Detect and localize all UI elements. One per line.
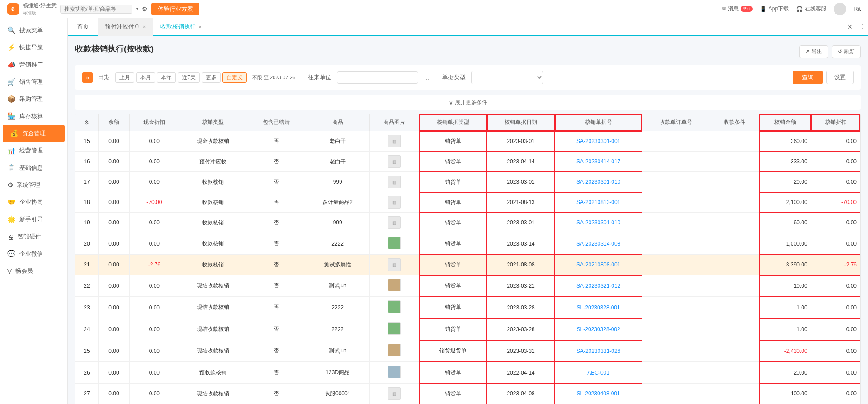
cell-verify-amount: 10.00 (760, 275, 811, 297)
sidebar-item-system[interactable]: ⚙系统管理 (0, 176, 67, 194)
date-btn-this-year[interactable]: 本年 (157, 72, 176, 83)
cell-verify-bill-no[interactable]: SA-20230321-012 (555, 275, 642, 297)
cell-receipt-condition (710, 255, 760, 275)
tab-verify-close[interactable]: × (198, 24, 201, 29)
cell-cash-discount: 0.00 (130, 213, 179, 233)
date-btn-last-month[interactable]: 上月 (115, 72, 134, 83)
sidebar-item-wechat[interactable]: 💬企业微信 (0, 245, 67, 262)
cell-receipt-order-no (642, 362, 710, 384)
date-btn-custom[interactable]: 自定义 (222, 72, 247, 83)
bill-type-select[interactable] (471, 71, 543, 84)
cell-verify-type: 收款核销 (179, 172, 247, 192)
cell-verify-bill-no[interactable]: SA-20230301-010 (555, 213, 642, 233)
col-header-gear[interactable]: ⚙ (75, 114, 98, 131)
table-row: 22 0.00 0.00 现结收款核销 否 测试jun 销货单 2023-03-… (75, 275, 860, 297)
cell-verify-bill-no[interactable]: SA-20210808-001 (555, 255, 642, 275)
cell-verify-bill-date: 2023-03-01 (487, 213, 555, 233)
cell-verify-bill-no[interactable]: SA-20230301-001 (555, 131, 642, 152)
col-header-verify-bill-date: 核销单据日期 (487, 114, 555, 131)
basic-icon: 📋 (7, 164, 16, 172)
cell-verify-discount: 0.00 (811, 384, 860, 404)
app-icon: 📱 (760, 6, 767, 12)
tab-home[interactable]: 首页 (68, 18, 98, 36)
cell-verify-bill-no[interactable]: SA-20230314-008 (555, 233, 642, 255)
query-button[interactable]: 查询 (793, 71, 823, 84)
cell-verify-bill-no[interactable]: SL-20230408-001 (555, 384, 642, 404)
cell-verify-type: 现结收款核销 (179, 340, 247, 362)
cell-verify-bill-no[interactable]: SA-20230414-017 (555, 152, 642, 172)
cell-verify-bill-no[interactable]: SL-20230328-002 (555, 318, 642, 340)
sidebar-item-quick-nav[interactable]: ⚡快捷导航 (0, 39, 67, 56)
tab-prepay-close[interactable]: × (143, 24, 146, 29)
export-button[interactable]: ↗ 导出 (799, 45, 828, 58)
sidebar-item-funds[interactable]: 💰资金管理 (3, 125, 65, 142)
sidebar-item-label: 企业协同 (19, 198, 43, 206)
cell-verify-bill-no[interactable]: SA-20230301-010 (555, 172, 642, 192)
tab-prepay[interactable]: 预付冲应付单 × (98, 18, 153, 36)
filter-setting-button[interactable]: 设置 (826, 71, 854, 84)
cell-goods-img: ▥ (369, 172, 419, 192)
date-range-display: 不限 至 2023-07-26 (252, 74, 295, 81)
date-btn-this-month[interactable]: 本月 (136, 72, 155, 83)
cell-verify-discount: 0.00 (811, 131, 860, 152)
sidebar-item-purchase[interactable]: 📦采购管理 (0, 90, 67, 108)
sidebar-item-guide[interactable]: 🌟新手引导 (0, 211, 67, 228)
cell-goods-img (369, 362, 419, 384)
app-download-button[interactable]: 📱 App下载 (760, 5, 789, 13)
table-row: 19 0.00 0.00 收款核销 否 999 ▥ 销货单 2023-03-01… (75, 213, 860, 233)
cell-receipt-order-no (642, 213, 710, 233)
export-icon: ↗ (805, 48, 810, 55)
table-row: 15 0.00 0.00 现金收款核销 否 老白干 ▥ 销货单 2023-03-… (75, 131, 860, 152)
cell-verify-discount: 0.00 (811, 275, 860, 297)
inventory-icon: 🏪 (7, 112, 16, 120)
messages-button[interactable]: ✉ 消息 99+ (722, 5, 753, 13)
goods-thumb: ▥ (388, 216, 401, 229)
cell-verify-bill-date: 2022-04-14 (487, 362, 555, 384)
cell-cash-discount: 0.00 (130, 318, 179, 340)
sidebar-item-label: 资金管理 (22, 129, 46, 138)
date-btn-7days[interactable]: 近7天 (178, 72, 200, 83)
search-chevron-icon: ▾ (136, 6, 138, 11)
expand-more-button[interactable]: ∨ 展开更多条件 (449, 99, 487, 106)
date-btn-more[interactable]: 更多 (202, 72, 221, 83)
refresh-button[interactable]: ↺ 刷新 (832, 45, 861, 58)
sidebar-item-hardware[interactable]: 🖨智能硬件 (0, 228, 67, 245)
filter-expand-button[interactable]: » (82, 72, 93, 83)
sidebar-item-operations[interactable]: 📊经营管理 (0, 142, 67, 159)
sidebar-item-basic[interactable]: 📋基础信息 (0, 159, 67, 176)
tab-maximize-icon[interactable]: ⛶ (856, 23, 863, 30)
sidebar-item-marketing[interactable]: 📣营销推广 (0, 56, 67, 73)
cell-verify-bill-no[interactable]: SA-20210813-001 (555, 192, 642, 213)
sidebar-item-label: 新手引导 (19, 215, 43, 223)
online-service-button[interactable]: 🎧 在线客服 (796, 5, 826, 13)
settings-gear-icon[interactable]: ⚙ (142, 5, 148, 13)
expand-chevron-icon: ∨ (449, 100, 453, 106)
sidebar-item-inventory[interactable]: 🏪库存核算 (0, 108, 67, 125)
goods-thumb (388, 322, 401, 335)
sidebar-item-sales[interactable]: 🛒销售管理 (0, 73, 67, 90)
counterpart-input[interactable] (337, 71, 418, 84)
industry-plan-button[interactable]: 体验行业方案 (151, 3, 199, 15)
cell-verify-bill-date: 2023-03-21 (487, 275, 555, 297)
sidebar-item-search[interactable]: 🔍搜索菜单 (0, 22, 67, 39)
global-search-input[interactable] (60, 5, 132, 14)
cell-balance: 0.00 (98, 152, 129, 172)
sidebar: 🔍搜索菜单⚡快捷导航📣营销推广🛒销售管理📦采购管理🏪库存核算💰资金管理📊经营管理… (0, 18, 68, 404)
cell-receipt-order-no (642, 233, 710, 255)
cell-verify-bill-no[interactable]: SA-20230331-026 (555, 340, 642, 362)
data-table: ⚙ 余额 现金折扣 核销类型 包含已结清 商品 商品图片 核销单据类型 核销单据… (75, 114, 860, 404)
cell-balance: 0.00 (98, 255, 129, 275)
cell-balance: 0.00 (98, 384, 129, 404)
tab-verify[interactable]: 收款核销执行 × (153, 18, 209, 36)
user-avatar[interactable] (834, 3, 846, 15)
cell-verify-bill-no[interactable]: ABC-001 (555, 362, 642, 384)
cell-verify-bill-no[interactable]: SL-20230328-001 (555, 297, 642, 318)
sidebar-item-member[interactable]: V畅会员 (0, 262, 67, 280)
tab-close-all-icon[interactable]: ✕ (847, 23, 853, 30)
cell-seq: 26 (75, 362, 98, 384)
top-bar-right: ✉ 消息 99+ 📱 App下载 🎧 在线客服 Rit (722, 3, 861, 15)
cell-seq: 18 (75, 192, 98, 213)
sidebar-item-enterprise[interactable]: 🤝企业协同 (0, 194, 67, 211)
service-icon: 🎧 (796, 6, 803, 12)
cell-include-settled: 否 (247, 152, 306, 172)
